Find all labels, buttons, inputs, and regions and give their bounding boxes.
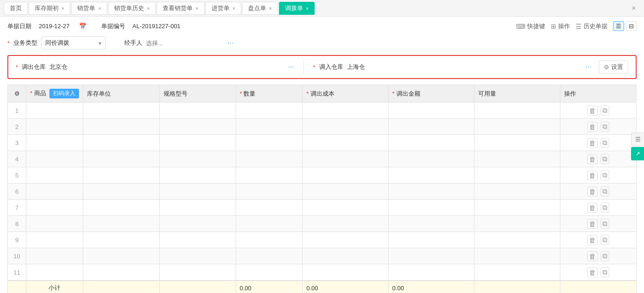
- tab-view-sales-close[interactable]: ×: [195, 6, 198, 11]
- row8-avail[interactable]: [474, 216, 560, 232]
- copy-icon-11[interactable]: ⧉: [601, 267, 609, 277]
- warehouse-out-more-icon[interactable]: ···: [288, 63, 294, 71]
- delete-icon-1[interactable]: 🗑: [587, 106, 598, 116]
- row4-avail[interactable]: [474, 151, 560, 167]
- row2-goods[interactable]: [26, 119, 83, 135]
- row10-qty[interactable]: [236, 248, 303, 264]
- row7-spec[interactable]: [159, 200, 236, 216]
- tab-purchase-close[interactable]: ×: [232, 6, 235, 11]
- copy-icon-9[interactable]: ⧉: [601, 235, 609, 245]
- row1-amount[interactable]: [389, 103, 474, 119]
- row1-spec[interactable]: [159, 103, 236, 119]
- row11-avail[interactable]: [474, 264, 560, 281]
- row4-unit[interactable]: [83, 151, 159, 167]
- row9-avail[interactable]: [474, 232, 560, 248]
- tab-transfer[interactable]: 调拨单 ×: [279, 2, 315, 15]
- row11-goods[interactable]: [26, 264, 83, 281]
- row7-goods[interactable]: [26, 200, 83, 216]
- row11-amount[interactable]: [389, 264, 474, 281]
- row2-avail[interactable]: [474, 119, 560, 135]
- row3-avail[interactable]: [474, 135, 560, 151]
- row6-avail[interactable]: [474, 183, 560, 200]
- tab-sales-order-close[interactable]: ×: [98, 6, 101, 11]
- tab-transfer-close[interactable]: ×: [306, 6, 309, 11]
- row6-cost[interactable]: [303, 183, 389, 200]
- tab-inventory-init[interactable]: 库存期初 ×: [29, 2, 70, 15]
- row7-avail[interactable]: [474, 200, 560, 216]
- delete-icon-3[interactable]: 🗑: [587, 138, 598, 148]
- row10-spec[interactable]: [159, 248, 236, 264]
- row8-qty[interactable]: [236, 216, 303, 232]
- row3-spec[interactable]: [159, 135, 236, 151]
- row7-qty[interactable]: [236, 200, 303, 216]
- tab-home[interactable]: 首页: [4, 2, 28, 15]
- copy-icon-4[interactable]: ⧉: [601, 154, 609, 164]
- scan-button[interactable]: 扫码录入: [49, 89, 79, 98]
- delete-icon-4[interactable]: 🗑: [587, 154, 598, 164]
- row10-cost[interactable]: [303, 248, 389, 264]
- row5-spec[interactable]: [159, 167, 236, 183]
- copy-icon-6[interactable]: ⧉: [601, 186, 609, 196]
- tab-inventory-init-close[interactable]: ×: [61, 6, 64, 11]
- row10-unit[interactable]: [83, 248, 159, 264]
- tab-purchase[interactable]: 进货单 ×: [206, 2, 241, 15]
- row8-cost[interactable]: [303, 216, 389, 232]
- operations-button[interactable]: ⊞ 操作: [551, 22, 570, 31]
- grid-view-button[interactable]: ⊟: [626, 21, 637, 31]
- row6-goods[interactable]: [26, 183, 83, 200]
- row4-amount[interactable]: [389, 151, 474, 167]
- row7-unit[interactable]: [83, 200, 159, 216]
- calendar-icon[interactable]: 📅: [79, 23, 86, 30]
- delete-icon-8[interactable]: 🗑: [587, 219, 598, 229]
- row11-unit[interactable]: [83, 264, 159, 281]
- row2-spec[interactable]: [159, 119, 236, 135]
- row3-amount[interactable]: [389, 135, 474, 151]
- tab-view-sales[interactable]: 查看销货单 ×: [157, 2, 204, 15]
- row1-cost[interactable]: [303, 103, 389, 119]
- row1-goods[interactable]: [26, 103, 83, 119]
- row2-amount[interactable]: [389, 119, 474, 135]
- row2-unit[interactable]: [83, 119, 159, 135]
- row11-cost[interactable]: [303, 264, 389, 281]
- row11-qty[interactable]: [236, 264, 303, 281]
- row9-qty[interactable]: [236, 232, 303, 248]
- row5-unit[interactable]: [83, 167, 159, 183]
- row9-cost[interactable]: [303, 232, 389, 248]
- row11-spec[interactable]: [159, 264, 236, 281]
- copy-icon-1[interactable]: ⧉: [601, 105, 609, 116]
- settings-button[interactable]: ⚙ 设置: [599, 61, 628, 73]
- row2-qty[interactable]: [236, 119, 303, 135]
- row8-spec[interactable]: [159, 216, 236, 232]
- shortcuts-button[interactable]: ⌨ 快捷键: [516, 22, 545, 31]
- float-list-button[interactable]: ☰: [631, 133, 644, 146]
- row9-goods[interactable]: [26, 232, 83, 248]
- copy-icon-10[interactable]: ⧉: [601, 251, 609, 261]
- row10-avail[interactable]: [474, 248, 560, 264]
- window-close-button[interactable]: ×: [627, 2, 640, 15]
- row8-goods[interactable]: [26, 216, 83, 232]
- copy-icon-7[interactable]: ⧉: [601, 202, 609, 213]
- row5-avail[interactable]: [474, 167, 560, 183]
- tab-inventory[interactable]: 盘点单 ×: [242, 2, 278, 15]
- tab-sales-history[interactable]: 销货单历史 ×: [108, 2, 156, 15]
- row4-cost[interactable]: [303, 151, 389, 167]
- copy-icon-8[interactable]: ⧉: [601, 219, 609, 229]
- table-settings-header[interactable]: ⚙: [8, 85, 26, 103]
- row6-spec[interactable]: [159, 183, 236, 200]
- delete-icon-7[interactable]: 🗑: [587, 203, 598, 213]
- delete-icon-11[interactable]: 🗑: [587, 268, 598, 277]
- delete-icon-9[interactable]: 🗑: [587, 235, 598, 245]
- delete-icon-10[interactable]: 🗑: [587, 251, 598, 261]
- row6-unit[interactable]: [83, 183, 159, 200]
- row3-unit[interactable]: [83, 135, 159, 151]
- delete-icon-5[interactable]: 🗑: [587, 171, 598, 180]
- row1-avail[interactable]: [474, 103, 560, 119]
- tab-sales-history-close[interactable]: ×: [147, 6, 150, 11]
- row5-amount[interactable]: [389, 167, 474, 183]
- row3-goods[interactable]: [26, 135, 83, 151]
- row4-spec[interactable]: [159, 151, 236, 167]
- tab-sales-order[interactable]: 销货单 ×: [71, 2, 107, 15]
- row4-goods[interactable]: [26, 151, 83, 167]
- row5-goods[interactable]: [26, 167, 83, 183]
- person-input[interactable]: [146, 40, 224, 47]
